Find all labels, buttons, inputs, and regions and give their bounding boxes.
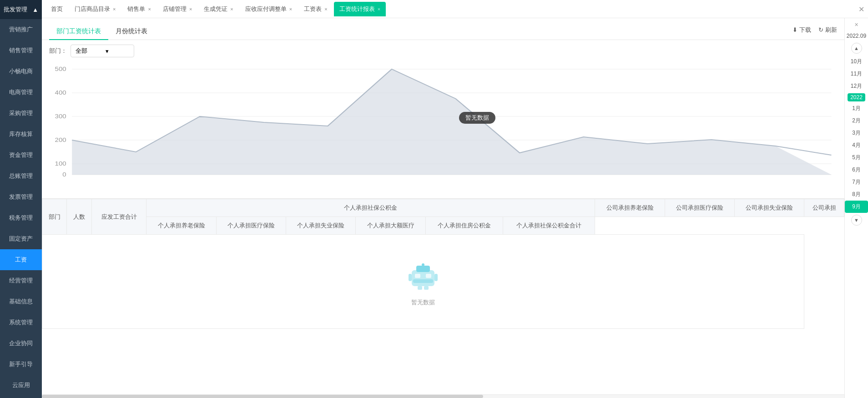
tab-payroll-close[interactable]: × bbox=[324, 6, 327, 12]
rs-month-1[interactable]: 1月 bbox=[845, 102, 868, 115]
dept-label: 部门： bbox=[49, 47, 67, 55]
th-company-old: 公司承担养老保险 bbox=[595, 199, 665, 217]
th-people: 人数 bbox=[67, 199, 91, 235]
tab-ar-ap-close[interactable]: × bbox=[289, 6, 292, 12]
sidebar-item-dscgl[interactable]: 电商管理 bbox=[0, 82, 42, 103]
sidebar-item-kchsj[interactable]: 库存核算 bbox=[0, 124, 42, 145]
svg-text:400: 400 bbox=[55, 90, 67, 96]
tab-home[interactable]: 首页 bbox=[45, 2, 68, 16]
data-table: 部门 人数 应发工资合计 个人承担社保公积金 公司承担养老保险 公司承担医疗保险… bbox=[42, 199, 844, 329]
th-personal-med: 个人承担医疗保险 bbox=[216, 217, 286, 235]
sub-tab-dept[interactable]: 部门工资统计表 bbox=[49, 24, 108, 40]
sidebar-settings[interactable]: ⚙ bbox=[0, 396, 42, 398]
tab-bar-close[interactable]: ✕ bbox=[858, 5, 864, 13]
th-personal-big-med: 个人承担大额医疗 bbox=[356, 217, 425, 235]
tab-store-catalog[interactable]: 门店商品目录 × bbox=[69, 2, 121, 16]
sidebar-item-zjgl[interactable]: 资金管理 bbox=[0, 145, 42, 166]
sidebar-item-gdzi[interactable]: 固定资产 bbox=[0, 228, 42, 249]
th-wages: 应发工资合计 bbox=[91, 199, 146, 235]
th-personal-total: 个人承担社保公积金合计 bbox=[503, 217, 595, 235]
sidebar-item-gz[interactable]: 工资 bbox=[0, 249, 42, 270]
tab-payroll[interactable]: 工资表 × bbox=[298, 2, 333, 16]
sidebar-item-yyyg[interactable]: 云应用 bbox=[0, 375, 42, 396]
tab-sales-close[interactable]: × bbox=[148, 6, 151, 12]
svg-rect-16 bbox=[415, 274, 420, 278]
rs-month-11[interactable]: 11月 bbox=[845, 68, 868, 80]
rs-month-8[interactable]: 8月 bbox=[845, 188, 868, 201]
tab-payroll-report-close[interactable]: × bbox=[378, 6, 380, 12]
dept-value: 全部 bbox=[76, 47, 87, 55]
rs-next-year[interactable]: ▼ bbox=[851, 215, 862, 226]
chart-area: 500 400 300 200 100 0 bbox=[42, 62, 844, 198]
tab-gen-voucher-close[interactable]: × bbox=[230, 6, 233, 12]
rs-prev-year[interactable]: ▲ bbox=[851, 43, 862, 54]
rs-month-7[interactable]: 7月 bbox=[845, 176, 868, 188]
rs-month-2[interactable]: 2月 bbox=[845, 115, 868, 127]
rs-month-3[interactable]: 3月 bbox=[845, 127, 868, 139]
svg-text:500: 500 bbox=[55, 66, 67, 72]
sidebar-item-yxtg[interactable]: 营销推广 bbox=[0, 19, 42, 40]
rs-close-button[interactable]: × bbox=[845, 18, 868, 31]
tab-payroll-report[interactable]: 工资统计报表 × bbox=[334, 2, 386, 16]
sidebar-title: 批发管理 bbox=[4, 5, 27, 14]
rs-month-6[interactable]: 6月 bbox=[845, 164, 868, 176]
sidebar-item-zzgl[interactable]: 总账管理 bbox=[0, 166, 42, 186]
sidebar-item-cggl[interactable]: 采购管理 bbox=[0, 103, 42, 124]
rs-month-12[interactable]: 12月 bbox=[845, 80, 868, 92]
svg-rect-22 bbox=[424, 286, 429, 290]
svg-rect-21 bbox=[418, 286, 422, 290]
sidebar-item-xtgl[interactable]: 系统管理 bbox=[0, 312, 42, 333]
sidebar-item-qytx[interactable]: 企业协同 bbox=[0, 333, 42, 354]
tab-store-catalog-close[interactable]: × bbox=[113, 6, 116, 12]
rs-year-2022[interactable]: 2022 bbox=[848, 93, 865, 101]
table-row-empty: 暂无数据 bbox=[42, 235, 844, 329]
svg-point-15 bbox=[422, 263, 424, 266]
rs-month-9[interactable]: 9月 bbox=[845, 201, 868, 213]
dept-select[interactable]: 全部 ▾ bbox=[71, 45, 134, 57]
th-group: 个人承担社保公积金 bbox=[146, 199, 595, 217]
rs-month-10[interactable]: 10月 bbox=[845, 55, 868, 68]
rs-month-4[interactable]: 4月 bbox=[845, 139, 868, 151]
refresh-button[interactable]: ↻ 刷新 bbox=[818, 26, 837, 34]
sidebar-item-xsyd[interactable]: 新手引导 bbox=[0, 354, 42, 375]
tab-gen-voucher[interactable]: 生成凭证 × bbox=[198, 2, 238, 16]
bottom-scroll[interactable] bbox=[42, 394, 844, 398]
sidebar-item-xsgl[interactable]: 销售管理 bbox=[0, 40, 42, 61]
th-personal-old: 个人承担养老保险 bbox=[146, 217, 216, 235]
sidebar-item-xcdsc[interactable]: 小畅电商 bbox=[0, 61, 42, 82]
content-area: 部门工资统计表 月份统计表 ⬇ 下载 ↻ 刷新 bbox=[42, 18, 868, 398]
svg-text:300: 300 bbox=[55, 113, 67, 119]
download-button[interactable]: ⬇ 下载 bbox=[792, 26, 811, 34]
rs-year-label: 2022.09 bbox=[847, 31, 866, 41]
toolbar: 部门： 全部 ▾ bbox=[42, 40, 844, 62]
svg-marker-12 bbox=[72, 69, 831, 175]
svg-text:0: 0 bbox=[62, 171, 66, 177]
tab-shop-mgmt[interactable]: 店铺管理 × bbox=[157, 2, 197, 16]
sidebar-header[interactable]: 批发管理 ▲ bbox=[0, 0, 42, 19]
th-personal-housing: 个人承担住房公积金 bbox=[425, 217, 503, 235]
main-area: 首页 门店商品目录 × 销售单 × 店铺管理 × 生成凭证 × 应收应付调整单 … bbox=[42, 0, 868, 398]
th-company-unemp: 公司承担失业保险 bbox=[735, 199, 804, 217]
svg-rect-18 bbox=[413, 279, 433, 283]
sidebar-item-jygl[interactable]: 经营管理 bbox=[0, 270, 42, 291]
tab-ar-ap[interactable]: 应收应付调整单 × bbox=[240, 2, 298, 16]
svg-rect-20 bbox=[434, 274, 438, 281]
download-icon: ⬇ bbox=[792, 26, 797, 33]
svg-text:100: 100 bbox=[55, 161, 67, 166]
toolbar-left: 部门： 全部 ▾ bbox=[49, 45, 134, 57]
right-sidebar: × 2022.09 ▲ 10月 11月 12月 2022 1月 2月 3月 4月… bbox=[844, 18, 868, 398]
sidebar-item-swgl[interactable]: 税务管理 bbox=[0, 207, 42, 228]
rs-month-5[interactable]: 5月 bbox=[845, 151, 868, 164]
sidebar: 批发管理 ▲ 营销推广 销售管理 小畅电商 电商管理 采购管理 库存核算 资金管… bbox=[0, 0, 42, 398]
tab-shop-mgmt-close[interactable]: × bbox=[189, 6, 192, 12]
sub-tab-bar: 部门工资统计表 月份统计表 ⬇ 下载 ↻ 刷新 bbox=[42, 18, 844, 40]
th-personal-unemp: 个人承担失业保险 bbox=[286, 217, 356, 235]
sidebar-item-jcxx[interactable]: 基础信息 bbox=[0, 291, 42, 312]
table-wrapper[interactable]: 部门 人数 应发工资合计 个人承担社保公积金 公司承担养老保险 公司承担医疗保险… bbox=[42, 198, 844, 394]
th-dept: 部门 bbox=[42, 199, 67, 235]
th-company-med: 公司承担医疗保险 bbox=[665, 199, 734, 217]
sub-tab-month[interactable]: 月份统计表 bbox=[108, 24, 155, 40]
tab-sales[interactable]: 销售单 × bbox=[122, 2, 156, 16]
svg-rect-17 bbox=[426, 274, 431, 278]
sidebar-item-fpgl[interactable]: 发票管理 bbox=[0, 186, 42, 207]
